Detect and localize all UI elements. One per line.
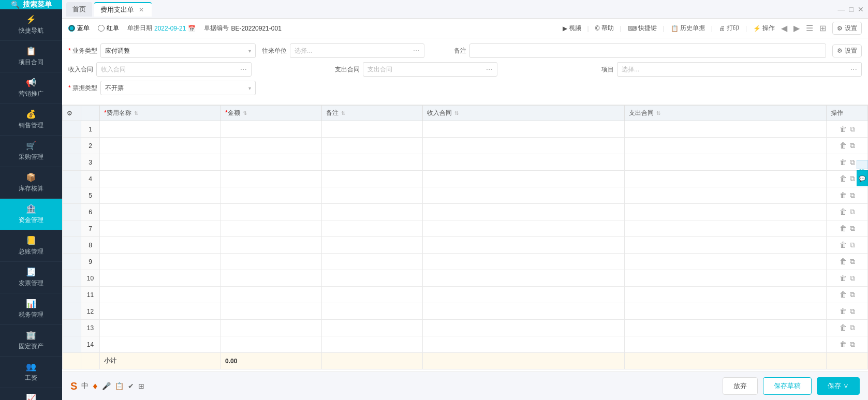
expense-name-cell[interactable] [100,270,221,287]
expense-name-cell[interactable] [100,121,221,138]
view-grid-btn[interactable]: ⊞ [819,23,826,33]
calendar-icon[interactable]: 📅 [188,25,196,32]
expense-contract-cell[interactable] [625,254,827,270]
col-note[interactable]: 备注 ⇅ [322,106,423,121]
col-settings[interactable]: ⚙ [63,106,81,121]
expense-name-cell[interactable] [100,138,221,154]
expense-contract-cell[interactable] [625,320,827,336]
expense-contract-input[interactable]: 支出合同 ··· [363,62,497,77]
partner-input[interactable]: 选择... ··· [290,43,424,58]
tab-close-btn[interactable]: ✕ [137,6,145,14]
save-button[interactable]: 保存 ∨ [817,377,860,395]
copy-icon[interactable]: ⧉ [850,125,855,134]
income-contract-cell[interactable] [423,220,625,237]
sidebar-item-ledger[interactable]: 📒 总账管理 [0,230,62,262]
copy-icon[interactable]: ⧉ [850,274,855,283]
expense-name-cell[interactable] [100,220,221,237]
print-action[interactable]: 🖨 打印 [719,24,739,33]
delete-icon[interactable]: 🗑 [840,174,847,183]
delete-icon[interactable]: 🗑 [840,307,847,316]
amount-cell[interactable] [221,320,322,336]
help-action[interactable]: © 帮助 [595,24,614,33]
sidebar-item-inventory[interactable]: 📦 库存核算 [0,167,62,199]
copy-icon[interactable]: ⧉ [850,290,855,299]
note-cell[interactable] [322,171,423,187]
table-row[interactable]: 13 🗑 ⧉ [63,320,868,336]
income-contract-cell[interactable] [423,320,625,336]
video-action[interactable]: ▶ 视频 [563,24,581,33]
expense-name-cell[interactable] [100,320,221,336]
expense-name-cell[interactable] [100,287,221,303]
note-input[interactable] [469,43,826,58]
amount-cell[interactable] [221,187,322,204]
delete-icon[interactable]: 🗑 [840,125,847,134]
delete-icon[interactable]: 🗑 [840,241,847,249]
expense-name-cell[interactable] [100,187,221,204]
table-row[interactable]: 3 🗑 ⧉ [63,154,868,171]
form-settings-btn[interactable]: ⚙ 设置 [832,45,862,57]
note-cell[interactable] [322,336,423,353]
table-row[interactable]: 4 🗑 ⧉ [63,171,868,187]
copy-icon[interactable]: ⧉ [850,340,855,349]
expense-contract-cell[interactable] [625,154,827,171]
table-row[interactable]: 14 🗑 ⧉ [63,336,868,353]
delete-icon[interactable]: 🗑 [840,323,847,332]
expense-name-cell[interactable] [100,336,221,353]
note-cell[interactable] [322,303,423,320]
income-contract-cell[interactable] [423,287,625,303]
delete-icon[interactable]: 🗑 [840,257,847,266]
business-type-select[interactable]: 应付调整 ▾ [100,43,256,58]
expense-name-cell[interactable] [100,154,221,171]
amount-cell[interactable] [221,171,322,187]
red-radio[interactable]: 红单 [98,24,119,33]
project-dots[interactable]: ··· [850,65,857,74]
delete-icon[interactable]: 🗑 [840,340,847,349]
note-cell[interactable] [322,320,423,336]
sidebar-item-purchase[interactable]: 🛒 采购管理 [0,136,62,167]
note-cell[interactable] [322,138,423,154]
income-contract-cell[interactable] [423,303,625,320]
income-contract-cell[interactable] [423,237,625,254]
delete-icon[interactable]: 🗑 [840,224,847,233]
income-contract-cell[interactable] [423,270,625,287]
table-row[interactable]: 6 🗑 ⧉ [63,204,868,220]
delete-icon[interactable]: 🗑 [840,141,847,150]
restore-btn[interactable]: □ [849,5,854,13]
copy-icon[interactable]: ⧉ [850,191,855,200]
expense-contract-cell[interactable] [625,220,827,237]
income-contract-cell[interactable] [423,138,625,154]
amount-cell[interactable] [221,138,322,154]
sidebar-item-invoice[interactable]: 🧾 发票管理 [0,262,62,293]
table-row[interactable]: 9 🗑 ⧉ [63,254,868,270]
shortcuts-action[interactable]: ⌨ 快捷键 [628,24,657,33]
expense-name-cell[interactable] [100,204,221,220]
note-cell[interactable] [322,237,423,254]
minimize-btn[interactable]: — [838,5,845,13]
tab-home[interactable]: 首页 [66,2,92,17]
table-row[interactable]: 5 🗑 ⧉ [63,187,868,204]
copy-icon[interactable]: ⧉ [850,158,855,167]
abandon-button[interactable]: 放弃 [723,377,758,395]
receipt-type-select[interactable]: 不开票 ▾ [100,81,256,95]
expense-contract-cell[interactable] [625,121,827,138]
amount-cell[interactable] [221,154,322,171]
income-contract-cell[interactable] [423,336,625,353]
amount-cell[interactable] [221,336,322,353]
sidebar-item-operations[interactable]: 📈 经营管理 [0,388,62,400]
note-cell[interactable] [322,287,423,303]
note-cell[interactable] [322,187,423,204]
copy-icon[interactable]: ⧉ [850,141,855,150]
amount-cell[interactable] [221,303,322,320]
save-draft-button[interactable]: 保存草稿 [763,377,812,395]
table-row[interactable]: 11 🗑 ⧉ [63,287,868,303]
partner-dots-btn[interactable]: ··· [413,46,420,55]
delete-icon[interactable]: 🗑 [840,290,847,299]
operations-action[interactable]: ⚡ 操作 [753,24,775,33]
amount-cell[interactable] [221,204,322,220]
table-row[interactable]: 10 🗑 ⧉ [63,270,868,287]
table-row[interactable]: 1 🗑 ⧉ [63,121,868,138]
amount-cell[interactable] [221,220,322,237]
expense-contract-cell[interactable] [625,303,827,320]
delete-icon[interactable]: 🗑 [840,158,847,167]
copy-icon[interactable]: ⧉ [850,257,855,266]
